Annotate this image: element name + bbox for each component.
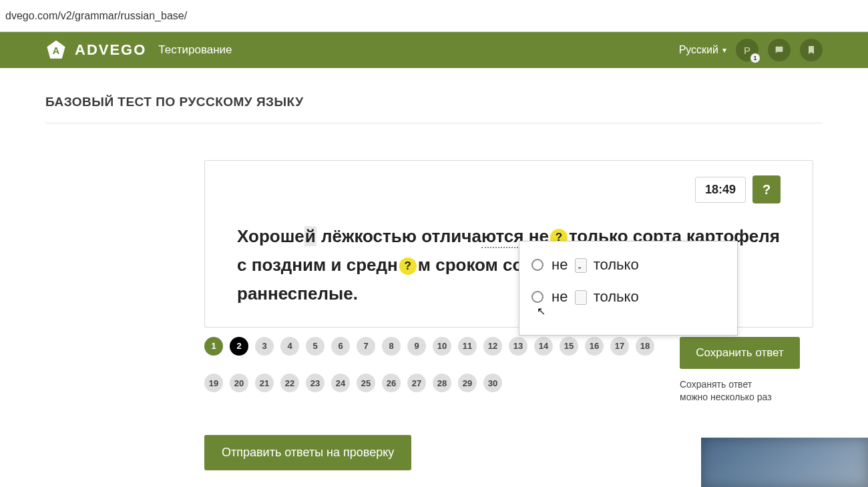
chevron-down-icon: ▾: [722, 45, 726, 55]
radio-icon: [531, 291, 544, 303]
pager-item-17[interactable]: 17: [610, 337, 629, 356]
pager-item-3[interactable]: 3: [255, 337, 274, 356]
pager-item-29[interactable]: 29: [458, 374, 477, 392]
pager-item-1[interactable]: 1: [204, 337, 223, 356]
answer-popup: не - только не только ↖: [519, 241, 738, 336]
brand-text: ADVEGO: [75, 41, 146, 59]
pager-item-24[interactable]: 24: [331, 374, 350, 392]
bookmark-icon: [806, 45, 817, 55]
user-avatar-button[interactable]: Р 1: [736, 39, 758, 61]
pager-item-22[interactable]: 22: [280, 374, 299, 392]
pager-item-30[interactable]: 30: [483, 374, 502, 392]
opt-text: не: [552, 288, 568, 305]
url-text: dvego.com/v2/grammar/russian_base/: [5, 10, 187, 22]
pager-item-15[interactable]: 15: [560, 337, 578, 356]
save-answer-button[interactable]: Сохранить ответ: [680, 337, 800, 369]
pager-item-20[interactable]: 20: [230, 374, 248, 392]
notification-badge: 1: [750, 53, 760, 63]
help-button[interactable]: ?: [752, 175, 781, 203]
submit-button[interactable]: Отправить ответы на проверку: [204, 435, 411, 470]
logo-icon: А: [45, 39, 67, 61]
pager-item-25[interactable]: 25: [357, 374, 375, 392]
pager-item-5[interactable]: 5: [306, 337, 324, 356]
gap-box: [575, 290, 587, 305]
question-mark-icon[interactable]: ?: [399, 258, 417, 275]
logo[interactable]: А ADVEGO: [45, 39, 146, 61]
pager-item-2[interactable]: 2: [230, 337, 248, 356]
header-subtitle: Тестирование: [158, 43, 232, 57]
pager-item-18[interactable]: 18: [636, 337, 654, 356]
pager-item-4[interactable]: 4: [280, 337, 299, 356]
q-frag: Хороше: [237, 226, 304, 246]
save-hint: Сохранять ответ можно несколько раз: [680, 378, 813, 404]
site-header: А ADVEGO Тестирование Русский ▾ Р 1: [0, 32, 868, 68]
pager-item-23[interactable]: 23: [306, 374, 324, 392]
pager-item-27[interactable]: 27: [407, 374, 426, 392]
pager-item-21[interactable]: 21: [255, 374, 274, 392]
chat-icon: [774, 45, 785, 55]
pager-item-11[interactable]: 11: [458, 337, 477, 356]
opt-text: не: [552, 256, 568, 273]
page-body: БАЗОВЫЙ ТЕСТ ПО РУССКОМУ ЯЗЫКУ 18:49 ? Х…: [0, 68, 868, 487]
svg-text:А: А: [53, 45, 60, 56]
pager-item-6[interactable]: 6: [331, 337, 350, 356]
answer-option-1[interactable]: не - только: [531, 256, 725, 274]
q-dotted: ются: [481, 226, 524, 248]
pager-item-10[interactable]: 10: [433, 337, 451, 356]
q-frag: раннеспелые.: [237, 284, 358, 304]
language-label: Русский: [679, 44, 718, 56]
pager-item-14[interactable]: 14: [534, 337, 553, 356]
chat-button[interactable]: [768, 39, 791, 61]
page-title: БАЗОВЫЙ ТЕСТ ПО РУССКОМУ ЯЗЫКУ: [45, 68, 823, 123]
radio-icon: [531, 259, 544, 271]
pager-item-19[interactable]: 19: [204, 374, 223, 392]
opt-text: только: [594, 256, 639, 273]
q-frag: лёжкостью отлича: [316, 226, 481, 246]
pager-item-16[interactable]: 16: [585, 337, 604, 356]
bookmark-button[interactable]: [800, 39, 823, 61]
avatar-letter: Р: [744, 45, 750, 56]
pager-item-7[interactable]: 7: [357, 337, 375, 356]
video-thumbnail[interactable]: [701, 438, 868, 487]
language-selector[interactable]: Русский ▾: [679, 44, 726, 56]
q-highlight: й: [304, 226, 316, 246]
timer: 18:49: [695, 177, 746, 203]
below-row: 1234567891011121314151617181920212223242…: [204, 337, 813, 404]
pager-item-13[interactable]: 13: [509, 337, 527, 356]
pager-item-9[interactable]: 9: [407, 337, 426, 356]
question-card: 18:49 ? Хорошей лёжкостью отличаются не?…: [204, 160, 813, 328]
opt-text: только: [594, 288, 639, 305]
pager-item-8[interactable]: 8: [382, 337, 401, 356]
answer-option-2[interactable]: не только: [531, 288, 725, 306]
pager-item-12[interactable]: 12: [483, 337, 502, 356]
question-pager: 1234567891011121314151617181920212223242…: [204, 337, 658, 404]
gap-box: -: [575, 258, 587, 273]
url-bar[interactable]: dvego.com/v2/grammar/russian_base/: [0, 0, 868, 32]
pager-item-28[interactable]: 28: [433, 374, 451, 392]
pager-item-26[interactable]: 26: [382, 374, 401, 392]
cursor-icon: ↖: [537, 305, 546, 318]
